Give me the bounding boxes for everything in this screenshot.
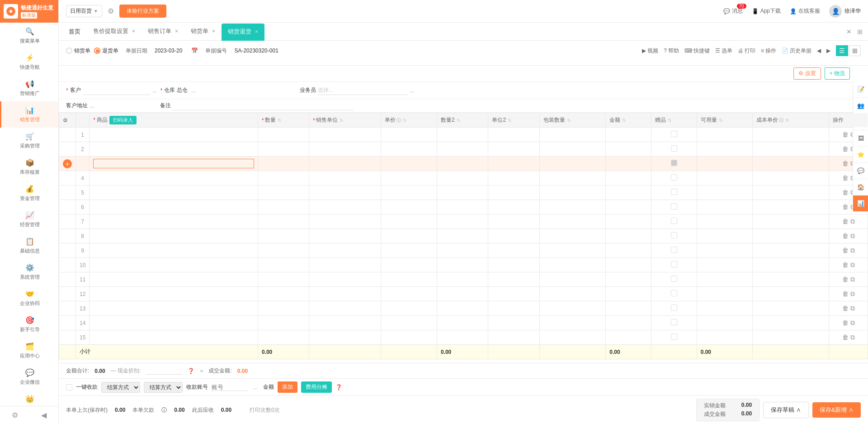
sidebar-item-basic[interactable]: 📋 基础信息: [0, 233, 58, 259]
row-cost-price[interactable]: [753, 142, 829, 157]
salesperson-dots-btn[interactable]: ...: [410, 87, 415, 94]
row-amount[interactable]: [606, 128, 651, 142]
delete-row-btn[interactable]: 🗑: [842, 305, 849, 312]
user-info[interactable]: 👤 徐泽华: [829, 5, 861, 18]
sidebar-collapse-btn[interactable]: ◀: [41, 411, 47, 419]
save-draft-btn[interactable]: 保存草稿 ∧: [763, 402, 809, 418]
gift-checkbox[interactable]: [671, 131, 677, 137]
amount-sort[interactable]: ⇅: [622, 118, 626, 123]
delete-row-btn[interactable]: 🗑: [842, 232, 849, 240]
row-product[interactable]: [90, 128, 258, 142]
warehouse-dots-btn[interactable]: ...: [191, 87, 196, 94]
tab-price-setting[interactable]: 售价提取设置 ×: [87, 23, 142, 41]
tab-close-price-setting[interactable]: ×: [132, 28, 135, 34]
help-btn[interactable]: ? 帮助: [664, 47, 679, 55]
delete-row-btn[interactable]: 🗑: [842, 247, 849, 254]
account-input[interactable]: [212, 384, 248, 391]
delete-row-btn[interactable]: 🗑: [842, 174, 849, 182]
add-payment-btn[interactable]: 添加: [278, 381, 297, 393]
tab-expand-btn[interactable]: ⊞: [855, 27, 864, 36]
salesperson-input[interactable]: [318, 86, 408, 95]
discount-input[interactable]: [146, 367, 182, 375]
delete-row-btn[interactable]: 🗑: [842, 261, 849, 269]
row-amount[interactable]: [606, 157, 651, 171]
delete-row-btn[interactable]: 🗑: [842, 160, 849, 167]
settings-setup-btn[interactable]: ⚙ 设置: [793, 67, 821, 80]
app-download-btn[interactable]: 📱 App下载: [752, 7, 781, 15]
single-due-icon[interactable]: ⓘ: [161, 406, 167, 414]
tab-close-sales-delivery[interactable]: ×: [212, 28, 215, 34]
tab-close-sales-return[interactable]: ×: [255, 29, 258, 35]
rfp-active-btn[interactable]: 📊: [853, 195, 868, 212]
rfp-note-btn[interactable]: 📝: [853, 81, 868, 98]
copy-row-btn[interactable]: ⧉: [850, 276, 855, 283]
calc-method-select[interactable]: 结算方式: [101, 382, 140, 393]
sidebar-item-finance[interactable]: 💰 资金管理: [0, 180, 58, 206]
row-unit[interactable]: [309, 128, 381, 142]
row-pack-qty[interactable]: [539, 128, 605, 142]
copy-row-btn[interactable]: ⧉: [850, 247, 855, 254]
unit2-sort[interactable]: ⇅: [508, 118, 511, 123]
row-available[interactable]: [697, 157, 753, 171]
fee-help-icon[interactable]: ❓: [335, 384, 342, 391]
save-new-btn[interactable]: 保存&新增 ∧: [812, 402, 861, 418]
tab-sales-delivery[interactable]: 销货单 ×: [184, 23, 222, 41]
customer-input[interactable]: [83, 86, 151, 95]
delete-row-btn[interactable]: 🗑: [842, 333, 849, 341]
select-btn[interactable]: ☰ 选单: [715, 47, 732, 55]
fee-split-btn[interactable]: 费用分摊: [301, 381, 332, 393]
sidebar-item-inventory[interactable]: 📦 库存核算: [0, 154, 58, 180]
row-unit[interactable]: [309, 157, 381, 171]
row-unit2[interactable]: [488, 157, 539, 171]
calc-method-select2[interactable]: 结算方式: [144, 382, 183, 393]
row-cost-price[interactable]: [753, 157, 829, 171]
sidebar-item-purchase[interactable]: 🛒 采购管理: [0, 128, 58, 154]
row-gift[interactable]: [651, 157, 697, 171]
address-dots-btn[interactable]: ...: [90, 103, 94, 109]
gift-checkbox[interactable]: [671, 160, 677, 166]
prev-record-btn[interactable]: ◀: [817, 48, 821, 54]
industry-dropdown[interactable]: 日用百货 ▼: [66, 5, 102, 17]
shortcut-btn[interactable]: ⌨ 快捷键: [684, 47, 710, 55]
row-amount[interactable]: [606, 142, 651, 157]
tab-home[interactable]: 首页: [62, 23, 87, 41]
copy-row-btn[interactable]: ⧉: [850, 305, 855, 312]
sidebar-item-member[interactable]: 👑 畅会员: [0, 390, 58, 406]
gift-checkbox[interactable]: [671, 145, 677, 152]
copy-row-btn[interactable]: ⧉: [850, 261, 855, 269]
sidebar-item-operation[interactable]: 📈 经营管理: [0, 206, 58, 233]
sidebar-item-search[interactable]: 🔍 搜索菜单: [0, 23, 58, 49]
history-btn[interactable]: 📄 历史单据: [782, 47, 811, 55]
delete-row-btn[interactable]: 🗑: [842, 131, 849, 138]
topbar-settings-btn[interactable]: ⚙: [108, 7, 114, 15]
delete-row-btn[interactable]: 🗑: [842, 290, 849, 298]
row-pack-qty[interactable]: [539, 142, 605, 157]
rfp-contacts-btn[interactable]: 👥: [853, 98, 868, 114]
rfp-home-btn[interactable]: 🏠: [853, 179, 868, 195]
tab-close-sales-order[interactable]: ×: [175, 28, 178, 34]
sidebar-item-wechat[interactable]: 💬 企业微信: [0, 364, 58, 390]
row-unit2[interactable]: [488, 142, 539, 157]
row-qty2[interactable]: [437, 128, 488, 142]
row-gift[interactable]: [651, 128, 697, 142]
radio-delivery[interactable]: 销货单: [66, 47, 90, 55]
quantity-sort[interactable]: ⇅: [278, 118, 281, 123]
scan-input-btn[interactable]: 扫码录入: [109, 116, 137, 124]
note-input[interactable]: [173, 101, 354, 110]
tab-close-all-btn[interactable]: ✕: [844, 27, 854, 36]
packqty-sort[interactable]: ⇅: [567, 118, 571, 123]
row-quantity[interactable]: [258, 157, 309, 171]
calendar-icon[interactable]: 📅: [191, 48, 198, 54]
experience-button[interactable]: 体验行业方案: [119, 5, 166, 18]
payment-checkbox[interactable]: [66, 384, 72, 391]
rfp-image-btn[interactable]: 🖼: [853, 130, 868, 147]
available-sort[interactable]: ⇅: [719, 118, 722, 123]
copy-row-btn[interactable]: ⧉: [850, 218, 855, 225]
row-product[interactable]: [90, 157, 258, 171]
copy-row-btn[interactable]: ⧉: [850, 232, 855, 240]
sidebar-item-shortcut[interactable]: ⚡ 快捷导航: [0, 49, 58, 75]
online-service-btn[interactable]: 👤 在线客服: [790, 7, 820, 15]
sidebar-settings-btn[interactable]: ⚙: [12, 411, 18, 419]
sidebar-item-sales[interactable]: 📊 销售管理: [0, 101, 58, 128]
copy-row-btn[interactable]: ⧉: [850, 290, 855, 298]
